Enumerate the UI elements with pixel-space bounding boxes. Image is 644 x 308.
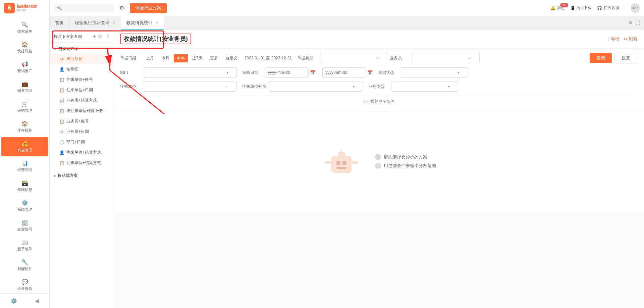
scheme-item-salesperson-date[interactable]: ⚙ 业务员+日期	[50, 126, 113, 137]
scheme-item-salesperson-account[interactable]: 📋 业务员+账号	[50, 116, 113, 126]
scheme-item-salesperson[interactable]: ⚙ 按业务员	[50, 54, 113, 64]
scheme-group-mobile-title[interactable]: ▶ 移动端方案	[50, 171, 113, 181]
scheme-item-dept-date[interactable]: 🕐 部门+日期	[50, 137, 113, 147]
scheme-item-unit-dept[interactable]: 📋 按往来单位+部门+收...	[50, 106, 113, 116]
refresh-button[interactable]: ↻ 刷新	[624, 36, 637, 42]
unit-category-select[interactable]: ▾	[269, 82, 363, 92]
svg-rect-1	[336, 161, 340, 165]
filter-row-2: 部门 ▾ 审核日期 📅 —	[120, 67, 637, 78]
topbar-settings-icon[interactable]: ⚙	[119, 5, 124, 11]
scheme-item-salesperson-calc[interactable]: 📊 业务员+结算方式	[50, 95, 113, 106]
app-download-item[interactable]: 📱 App下载	[570, 5, 592, 11]
tab-home[interactable]: 首页	[50, 16, 69, 30]
date-this-month[interactable]: 本月	[158, 54, 172, 62]
sidebar-item-finance[interactable]: 💰 资金管理	[1, 137, 48, 156]
sidebar-item-basic[interactable]: 🗃️ 基础信息	[1, 176, 48, 196]
unit-more-icon[interactable]: ···	[225, 84, 228, 89]
scheme-add-button[interactable]: +	[93, 34, 96, 40]
sidebar-item-quicknav[interactable]: 🏠 快捷导航	[1, 38, 48, 57]
notification-item[interactable]: 🔔 消息 99+	[550, 5, 565, 11]
scheme-item-unit-calc1[interactable]: 👤 往来单位+结算方式	[50, 147, 113, 158]
date-more[interactable]: 更多	[207, 54, 221, 62]
tab-receipt-close[interactable]: ✕	[155, 20, 158, 25]
export-button[interactable]: ↑ 导出	[607, 36, 620, 42]
page-content: 按以下方案查询 + ⚙ 《 ▼ 电脑端方案 ⚙ 按业务员	[50, 30, 644, 308]
sidebar-item-operations[interactable]: 📊 经营管理	[1, 157, 48, 176]
empty-illustration	[321, 143, 362, 183]
customer-service-item[interactable]: 🎧 在线客服	[597, 5, 620, 11]
sidebar-item-wechat[interactable]: 💬 企业微信	[1, 275, 48, 293]
bell-icon: 🔔	[550, 6, 555, 10]
topbar-divider2	[625, 5, 625, 11]
scheme-item-unit-account[interactable]: 📋 往来单位+账号	[50, 74, 113, 85]
doctype-select[interactable]: ▾	[320, 53, 387, 63]
scheme-item-detail[interactable]: 👤 按明细	[50, 64, 113, 74]
filter-docstatus-item: 单据状态 ▾	[378, 67, 468, 78]
review-date-end-input[interactable]	[322, 67, 366, 78]
sidebar-item-inventory[interactable]: 🏠 库存核算	[1, 117, 48, 136]
doctype-select-arrow: ▾	[377, 56, 379, 60]
calendar-icon-2[interactable]: 📅	[367, 70, 373, 75]
biztype-select[interactable]: ▾	[391, 82, 458, 92]
filter-salesperson-item: 业务员 ···	[390, 53, 480, 63]
svg-rect-2	[342, 161, 346, 165]
scheme-item-icon-unit-calc1: 👤	[59, 150, 64, 155]
settings-button[interactable]: 设置	[614, 53, 637, 63]
purchase-icon: 🛒	[21, 101, 28, 107]
date-custom[interactable]: 自定义	[222, 54, 240, 62]
sidebar-item-system[interactable]: ⚙️ 系统管理	[1, 196, 48, 215]
calendar-icon-1[interactable]: 📅	[310, 70, 315, 75]
scheme-collapse-button[interactable]: 《	[104, 34, 109, 40]
scheme-group-desktop-title[interactable]: ▼ 电脑端方案	[50, 44, 113, 54]
collapse-filter-button[interactable]: ∧∧ 收起更多条件	[120, 96, 637, 107]
review-date-start-input[interactable]	[265, 67, 309, 78]
sidebar-settings-button[interactable]: ⚙️	[9, 296, 18, 305]
search-icon: 🔍	[57, 6, 62, 10]
scheme-item-icon-salesperson-calc: 📊	[59, 98, 64, 103]
sidebar-item-marketing[interactable]: 📢 营销推广	[1, 58, 48, 77]
sidebar-bottom: ⚙️ ◀	[0, 293, 49, 308]
sidebar-collapse-button[interactable]: ◀	[34, 296, 40, 305]
topbar-search-box[interactable]: 🔍	[54, 4, 114, 12]
sidebar-item-hardware[interactable]: 🔧 智能硬件	[1, 256, 48, 275]
tab-bank-close[interactable]: ✕	[112, 20, 115, 25]
svg-rect-0	[331, 156, 352, 173]
date-this-year[interactable]: 本年	[174, 54, 188, 62]
docstatus-select[interactable]: ▾	[401, 67, 468, 78]
sidebar-item-corp[interactable]: 🏢 企业协同	[1, 216, 48, 235]
scheme-panel: 按以下方案查询 + ⚙ 《 ▼ 电脑端方案 ⚙ 按业务员	[50, 30, 113, 308]
user-avatar[interactable]: Rit	[631, 3, 640, 13]
scheme-item-unit-calc2[interactable]: 📋 往来单位+结算方式	[50, 158, 113, 168]
docstatus-select-arrow: ▾	[458, 71, 460, 74]
date-7days[interactable]: 近7天	[189, 54, 206, 62]
sidebar-item-sales[interactable]: 💼 销售管理	[1, 78, 48, 97]
sidebar-item-purchase[interactable]: 🛒 采购管理	[1, 97, 48, 116]
date-options-group: 上月 本月 本年 近7天 更多 自定义	[143, 54, 240, 62]
window-maximize-button[interactable]: ⛶	[635, 20, 640, 25]
date-last-month[interactable]: 上月	[143, 54, 157, 62]
tab-bank[interactable]: 现金银行流水查询 ✕	[69, 16, 121, 30]
unit-select[interactable]: ···	[143, 82, 237, 92]
operations-icon: 📊	[21, 160, 28, 166]
trial-button[interactable]: 体验行业方案	[130, 3, 167, 13]
hardware-icon: 🔧	[21, 259, 28, 265]
scheme-item-icon-dept-date: 🕐	[59, 140, 64, 145]
salesperson-select[interactable]: ···	[413, 53, 480, 63]
scheme-group-desktop: ▼ 电脑端方案 ⚙ 按业务员 👤 按明细 📋 往来单位+账号	[50, 43, 113, 169]
salesperson-more-icon[interactable]: ···	[468, 56, 471, 60]
window-close-button[interactable]: ✕	[629, 20, 633, 25]
filter-actions-right: 查询 设置	[590, 53, 637, 63]
scheme-settings-button[interactable]: ⚙	[98, 34, 102, 40]
tab-receipt[interactable]: 收款情况统计 ✕	[121, 16, 164, 30]
group-collapse-arrow: ▶	[54, 174, 56, 177]
filter-area: 单据日期 上月 本月 本年 近7天 更多 自定义 2023-01-01 至 20…	[113, 49, 644, 111]
sidebar-item-guide[interactable]: 📖 新手引导	[1, 236, 48, 255]
scheme-item-icon-salesperson-date: ⚙	[59, 129, 64, 135]
filter-biztype-item: 业务类型 ▾	[368, 82, 458, 92]
scheme-panel-header: 按以下方案查询 + ⚙ 《	[50, 30, 113, 43]
query-button[interactable]: 查询	[590, 53, 612, 63]
sidebar-item-search[interactable]: 🔍 搜索菜单	[1, 18, 48, 37]
scheme-item-unit-date[interactable]: 📋 往来单位+日期	[50, 85, 113, 95]
phone-icon: 📱	[570, 6, 575, 10]
dept-select[interactable]: ▾	[143, 67, 237, 78]
